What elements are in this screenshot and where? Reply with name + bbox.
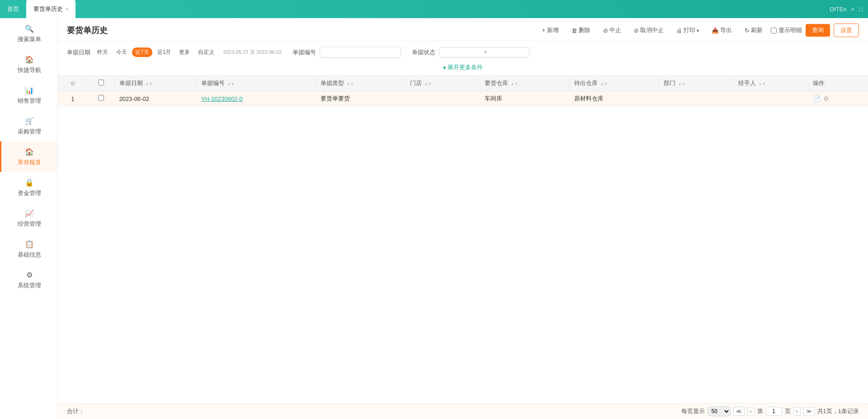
th-department-label: 部门 <box>664 80 675 86</box>
tab-close-icon[interactable]: × <box>66 6 68 12</box>
expand-conditions-button[interactable]: ▾ 展开更多条件 <box>443 63 483 71</box>
sidebar-item-fund-mgmt[interactable]: 🔒 资金管理 <box>0 172 57 203</box>
cancel-suspend-button[interactable]: ⊘ 取消中止 <box>629 24 668 36</box>
shortcut-7days[interactable]: 近7天 <box>132 48 152 57</box>
next-page-button[interactable]: › <box>793 407 801 416</box>
th-handler-label: 经手人 <box>738 80 756 86</box>
search-menu-icon: 🔍 <box>24 24 34 33</box>
sort-doc-number-icon[interactable]: ▲▼ <box>227 82 235 86</box>
chevron-down-icon: ▾ <box>484 49 525 55</box>
row-checkbox-cell[interactable] <box>88 91 114 106</box>
per-page-label: 每页显示 <box>681 407 705 415</box>
sort-doc-type-icon[interactable]: ▲▼ <box>347 82 354 86</box>
sidebar-item-sales-mgmt[interactable]: 📊 销售管理 <box>0 80 57 110</box>
sidebar-label-operations-mgmt: 经营管理 <box>18 220 41 228</box>
tab-list: 首页 要货单历史 × <box>0 0 75 18</box>
row-checkbox[interactable] <box>98 95 104 101</box>
sidebar-item-operations-mgmt[interactable]: 📈 经营管理 <box>0 203 57 233</box>
th-doc-date: 单据日期 ▲▼ <box>114 76 197 91</box>
refresh-icon: ↻ <box>745 27 750 34</box>
sidebar-label-purchase-mgmt: 采购管理 <box>18 128 41 136</box>
delete-button[interactable]: 🗑 删除 <box>567 24 595 36</box>
shortcut-1month[interactable]: 近1月 <box>154 48 175 57</box>
close-window-icon[interactable]: × <box>851 6 855 13</box>
fund-mgmt-icon: 🔒 <box>24 177 34 187</box>
date-filter-group: 单据日期 昨天 今天 近7天 近1月 更多 自定义 2023-05-27 至 2… <box>67 48 282 57</box>
suspend-button[interactable]: ⊘ 中止 <box>599 24 626 36</box>
shortcut-yesterday[interactable]: 昨天 <box>94 48 111 57</box>
delete-button-label: 删除 <box>579 26 590 34</box>
display-toggle-checkbox[interactable] <box>771 28 777 33</box>
export-button[interactable]: 📤 导出 <box>707 24 736 36</box>
settings-button[interactable]: 设置 <box>834 24 859 37</box>
print-chevron-icon: ▾ <box>697 28 699 33</box>
sidebar: 🔍 搜索菜单 🏠 快捷导航 📊 销售管理 🛒 采购管理 🏠 库存核算 🔒 资金管… <box>0 18 58 419</box>
sidebar-item-inventory-calc[interactable]: 🏠 库存核算 <box>0 141 57 172</box>
sidebar-item-basic-info[interactable]: 📋 基础信息 <box>0 233 57 264</box>
print-icon: 🖨 <box>676 27 682 34</box>
sidebar-item-purchase-mgmt[interactable]: 🛒 采购管理 <box>0 110 57 141</box>
doc-number-input[interactable] <box>320 47 401 58</box>
column-settings-icon[interactable]: ⚙ <box>70 80 75 87</box>
th-doc-date-label: 单据日期 <box>119 80 143 86</box>
page-header: 要货单历史 + 新增 🗑 删除 ⊘ 中止 ⊘ 取消中止 🖨 <box>58 18 868 41</box>
basic-info-icon: 📋 <box>24 239 34 249</box>
sales-mgmt-icon: 📊 <box>24 85 34 95</box>
th-action-label: 操作 <box>813 80 825 86</box>
row-doc-number[interactable]: YH-20230602-0 <box>197 91 316 106</box>
sidebar-item-quick-nav[interactable]: 🏠 快捷导航 <box>0 49 57 80</box>
per-page-select[interactable]: 2050100200 <box>708 406 731 416</box>
print-button[interactable]: 🖨 打印 ▾ <box>672 24 703 36</box>
th-doc-type-label: 单据类型 <box>321 80 344 86</box>
query-button[interactable]: 查询 <box>806 24 830 37</box>
sidebar-label-sales-mgmt: 销售管理 <box>18 97 41 105</box>
table-footer: 合计： 每页显示 2050100200 ≪ ‹ 第 页 › ≫ 共1页，1条记录 <box>58 403 868 419</box>
tab-home[interactable]: 首页 <box>0 0 26 18</box>
quick-nav-icon: 🏠 <box>24 54 34 64</box>
select-all-checkbox[interactable] <box>98 80 104 86</box>
sidebar-item-search-menu[interactable]: 🔍 搜索菜单 <box>0 18 57 49</box>
sidebar-label-system-mgmt: 系统管理 <box>18 281 41 290</box>
content-area: 要货单历史 + 新增 🗑 删除 ⊘ 中止 ⊘ 取消中止 🖨 <box>58 18 868 419</box>
chevron-down-icon: ▾ <box>443 64 446 71</box>
filter-row: 单据日期 昨天 今天 近7天 近1月 更多 自定义 2023-05-27 至 2… <box>67 47 859 58</box>
first-page-button[interactable]: ≪ <box>733 407 745 416</box>
edit-icon[interactable]: 📄 <box>813 95 821 102</box>
sidebar-label-basic-info: 基础信息 <box>18 251 41 259</box>
th-handler: 经手人 ▲▼ <box>734 76 808 91</box>
th-pending-warehouse: 待出仓库 ▲▼ <box>570 76 659 91</box>
sort-doc-date-icon[interactable]: ▲▼ <box>145 82 152 86</box>
top-bar: 首页 要货单历史 × OfTEn × □ <box>0 0 868 18</box>
table-wrap: ⚙ 单据日期 ▲▼ 单据编号 ▲▼ <box>58 76 868 403</box>
date-shortcuts: 昨天 今天 近7天 近1月 更多 自定义 <box>94 48 217 57</box>
sort-handler-icon[interactable]: ▲▼ <box>759 82 766 86</box>
more-icon[interactable]: ⚙ <box>823 95 829 102</box>
page-title: 要货单历史 <box>67 25 538 36</box>
tab-requisition-history[interactable]: 要货单历史 × <box>26 0 75 18</box>
minimize-icon[interactable]: □ <box>859 6 863 13</box>
shortcut-today[interactable]: 今天 <box>113 48 130 57</box>
shortcut-more[interactable]: 更多 <box>176 48 193 57</box>
doc-number-filter-group: 单据编号 <box>292 47 401 58</box>
sort-department-icon[interactable]: ▲▼ <box>678 82 685 86</box>
status-select[interactable]: ▾ <box>439 47 529 57</box>
th-pending-warehouse-label: 待出仓库 <box>574 80 598 86</box>
cancel-suspend-button-label: 取消中止 <box>640 26 664 34</box>
display-toggle-label: 显示明细 <box>778 26 802 34</box>
new-button[interactable]: + 新增 <box>538 24 563 36</box>
sidebar-item-system-mgmt[interactable]: ⚙ 系统管理 <box>0 264 57 295</box>
sort-req-warehouse-icon[interactable]: ▲▼ <box>511 82 518 86</box>
tab-home-label: 首页 <box>7 5 19 13</box>
page-input[interactable] <box>766 407 782 416</box>
shortcut-custom[interactable]: 自定义 <box>195 48 217 57</box>
date-range-display: 2023-05-27 至 2023-06-02 <box>223 49 282 56</box>
prev-page-button[interactable]: ‹ <box>747 407 755 416</box>
sort-store-icon[interactable]: ▲▼ <box>425 82 432 86</box>
th-action: 操作 <box>808 76 868 91</box>
display-toggle[interactable]: 显示明细 <box>771 26 802 34</box>
sort-pending-warehouse-icon[interactable]: ▲▼ <box>600 82 608 86</box>
refresh-button[interactable]: ↻ 刷新 <box>740 24 767 36</box>
last-page-button[interactable]: ≫ <box>803 407 815 416</box>
suspend-icon: ⊘ <box>603 27 608 34</box>
data-table: ⚙ 单据日期 ▲▼ 单据编号 ▲▼ <box>58 76 868 106</box>
